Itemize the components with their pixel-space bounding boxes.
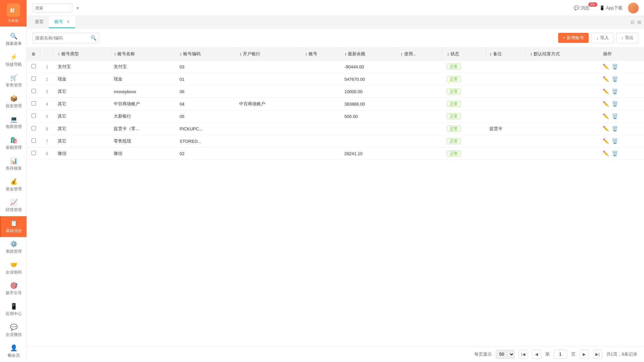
row-usage — [396, 98, 443, 110]
sidebar-item-inventory[interactable]: 📊 库存核算 — [0, 154, 26, 175]
row-checkbox[interactable] — [27, 98, 40, 110]
row-code: 01 — [175, 73, 235, 85]
wechat-icon: 💬 — [10, 323, 17, 331]
per-page-select[interactable]: 50 20 100 — [496, 350, 515, 359]
delete-btn[interactable]: 🗑️ — [612, 76, 618, 82]
row-settlement — [526, 135, 599, 147]
tab-close-icon[interactable]: ✕ — [66, 19, 70, 24]
col-account[interactable]: ↕ 账号 — [301, 48, 340, 61]
sidebar-label-retail: 零售管理 — [6, 82, 22, 88]
next-page-btn[interactable]: ▶ — [580, 350, 589, 359]
first-page-btn[interactable]: |◀ — [519, 350, 528, 359]
avatar[interactable] — [628, 3, 639, 13]
row-name: moneybosx — [110, 85, 175, 98]
sidebar-item-basic[interactable]: 📋 基础信息 — [0, 216, 26, 237]
sidebar-item-retail[interactable]: 🛒 零售管理 — [0, 71, 26, 92]
row-code: 06 — [175, 85, 235, 98]
table-row: 8 微信 微信 02 28241.10 正常 ✏️ 🗑️ — [27, 147, 644, 160]
table-container: ⚙ ↕ 账号类型 ↕ 账号名称 ↕ 账号编码 ↕ 开户银行 ↕ 账号 ↕ 最新余… — [27, 48, 644, 346]
edit-btn[interactable]: ✏️ — [603, 150, 609, 157]
search-input[interactable] — [35, 36, 91, 41]
col-usage[interactable]: ↕ 使用... — [396, 48, 443, 61]
col-name[interactable]: ↕ 账号名称 — [110, 48, 175, 61]
sidebar-item-finance[interactable]: 💰 资金管理 — [0, 175, 26, 195]
delete-btn[interactable]: 🗑️ — [612, 64, 618, 70]
row-status: 正常 — [443, 85, 485, 98]
edit-btn[interactable]: ✏️ — [603, 64, 609, 70]
prev-page-btn[interactable]: ◀ — [532, 350, 541, 359]
total-info: 共1页，8条记录 — [606, 351, 637, 357]
row-bank: 中百商场账户 — [235, 98, 301, 110]
col-bank[interactable]: ↕ 开户银行 — [235, 48, 301, 61]
sidebar-label-guide: 新手引导 — [6, 290, 22, 296]
row-checkbox[interactable] — [27, 123, 40, 135]
col-type[interactable]: ↕ 账号类型 — [54, 48, 110, 61]
page-input[interactable] — [554, 350, 567, 359]
col-remark[interactable]: ↕ 备注 — [485, 48, 526, 61]
col-settings[interactable]: ⚙ — [27, 48, 40, 61]
sidebar-item-operation[interactable]: 📈 经营管理 — [0, 195, 26, 216]
sidebar-item-purchase[interactable]: 🛍️ 采购管理 — [0, 133, 26, 154]
topbar-chevron-icon[interactable]: ▾ — [76, 5, 79, 11]
tab-home[interactable]: 首页 — [30, 16, 49, 28]
sidebar-item-ecommerce[interactable]: 💻 电商管理 — [0, 112, 26, 133]
row-bank — [235, 73, 301, 85]
row-type: 支付宝 — [54, 61, 110, 73]
col-code[interactable]: ↕ 账号编码 — [175, 48, 235, 61]
add-account-button[interactable]: + 新增账号 — [558, 33, 589, 43]
row-name: 中百商场账户 — [110, 98, 175, 110]
edit-btn[interactable]: ✏️ — [603, 76, 609, 82]
row-checkbox[interactable] — [27, 85, 40, 98]
row-checkbox[interactable] — [27, 147, 40, 160]
edit-btn[interactable]: ✏️ — [603, 113, 609, 119]
sidebar-item-member[interactable]: 👤 畅会员 — [0, 341, 26, 362]
export-button[interactable]: ↑ 导出 — [616, 33, 639, 43]
app-download-btn[interactable]: 📱 App下载 — [599, 5, 623, 11]
last-page-btn[interactable]: ▶| — [593, 350, 602, 359]
tab-account[interactable]: 账号 ✕ — [49, 16, 75, 28]
quick-icon: ⚡ — [10, 53, 17, 61]
accounts-table: ⚙ ↕ 账号类型 ↕ 账号名称 ↕ 账号编码 ↕ 开户银行 ↕ 账号 ↕ 最新余… — [27, 48, 644, 160]
edit-btn[interactable]: ✏️ — [603, 101, 609, 107]
sidebar-item-search[interactable]: 🔍 搜索菜单 — [0, 29, 26, 50]
delete-btn[interactable]: 🗑️ — [612, 126, 618, 132]
delete-btn[interactable]: 🗑️ — [612, 150, 618, 157]
col-balance[interactable]: ↕ 最新余额 — [340, 48, 396, 61]
row-checkbox[interactable] — [27, 110, 40, 123]
row-balance: 10000.00 — [340, 85, 396, 98]
delete-btn[interactable]: 🗑️ — [612, 138, 618, 144]
topbar-search-input[interactable] — [32, 3, 72, 13]
row-status: 正常 — [443, 147, 485, 160]
row-status: 正常 — [443, 110, 485, 123]
sidebar-item-apps[interactable]: 📱 应用中心 — [0, 299, 26, 320]
sidebar-item-quick[interactable]: ⚡ 快捷导航 — [0, 50, 26, 71]
tab-expand-icon[interactable]: ⊞ — [637, 19, 641, 25]
edit-btn[interactable]: ✏️ — [603, 138, 609, 144]
col-settlement[interactable]: ↕ 默认结算方式 — [526, 48, 599, 61]
sidebar-item-system[interactable]: ⚙️ 系统管理 — [0, 237, 26, 258]
sidebar-item-cooperation[interactable]: 🤝 企业协同 — [0, 258, 26, 279]
message-btn[interactable]: 💬 消息 99+ — [574, 5, 594, 11]
row-checkbox[interactable] — [27, 135, 40, 147]
row-settlement — [526, 73, 599, 85]
delete-btn[interactable]: 🗑️ — [612, 88, 618, 95]
sidebar-item-wholesale[interactable]: 📦 批发管理 — [0, 92, 26, 112]
import-button[interactable]: ↓ 导入 — [591, 33, 614, 43]
row-settlement — [526, 61, 599, 73]
sidebar-label-wholesale: 批发管理 — [6, 103, 22, 109]
row-remark — [485, 147, 526, 160]
sidebar-item-guide[interactable]: 🎯 新手引导 — [0, 279, 26, 299]
row-usage — [396, 123, 443, 135]
delete-btn[interactable]: 🗑️ — [612, 101, 618, 107]
delete-btn[interactable]: 🗑️ — [612, 113, 618, 119]
row-remark — [485, 73, 526, 85]
edit-btn[interactable]: ✏️ — [603, 88, 609, 95]
row-name: 微信 — [110, 147, 175, 160]
sidebar-item-wechat[interactable]: 💬 企业微信 — [0, 320, 26, 341]
sidebar-label-quick: 快捷导航 — [6, 62, 22, 67]
row-checkbox[interactable] — [27, 73, 40, 85]
col-status[interactable]: ↕ 状态 — [443, 48, 485, 61]
tab-collapse-icon[interactable]: ⊟ — [631, 19, 635, 25]
row-checkbox[interactable] — [27, 61, 40, 73]
edit-btn[interactable]: ✏️ — [603, 126, 609, 132]
